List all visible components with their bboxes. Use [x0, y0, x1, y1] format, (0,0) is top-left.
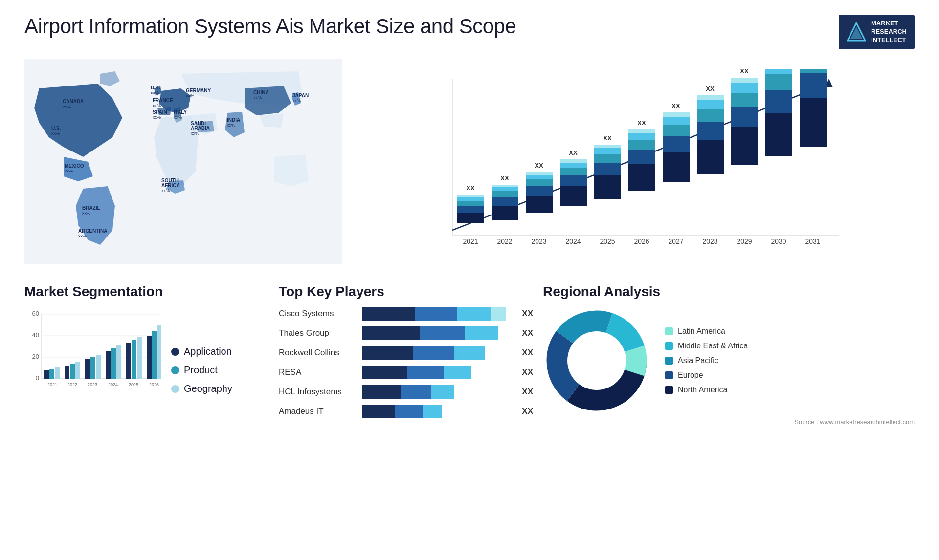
player-xx-amadeus: XX — [522, 407, 533, 416]
svg-rect-125 — [116, 345, 121, 379]
svg-text:2030: 2030 — [771, 237, 786, 245]
seg-chart-svg: 60 40 20 0 202 — [24, 307, 161, 434]
svg-rect-27 — [457, 197, 484, 201]
player-name-cisco: Cisco Systems — [279, 309, 357, 319]
svg-rect-76 — [697, 100, 724, 109]
bar-chart-svg: XX 2021 XX 2022 XX 2023 — [362, 69, 905, 264]
svg-rect-26 — [457, 201, 484, 206]
svg-text:2022: 2022 — [67, 382, 77, 387]
svg-rect-42 — [526, 172, 553, 175]
svg-rect-54 — [594, 154, 621, 163]
svg-text:XX: XX — [569, 149, 578, 156]
svg-rect-123 — [106, 351, 111, 379]
geography-color — [171, 385, 179, 393]
svg-text:2028: 2028 — [702, 237, 717, 245]
svg-rect-55 — [594, 148, 621, 154]
svg-text:2024: 2024 — [565, 237, 581, 245]
svg-rect-56 — [594, 145, 621, 148]
svg-rect-31 — [492, 206, 518, 220]
svg-rect-111 — [44, 370, 49, 379]
svg-rect-40 — [526, 179, 553, 186]
svg-text:2022: 2022 — [497, 237, 512, 245]
svg-rect-74 — [697, 122, 724, 140]
label-mexico: MEXICO — [65, 163, 84, 169]
svg-rect-124 — [111, 348, 116, 379]
label-brazil: BRAZIL — [82, 205, 100, 211]
svg-rect-34 — [492, 187, 518, 191]
svg-text:xx%: xx% — [65, 169, 73, 173]
header: Airport Information Systems Ais Market S… — [24, 15, 915, 49]
svg-rect-66 — [663, 152, 690, 182]
player-row-thales: Thales Group XX — [279, 326, 533, 340]
svg-rect-95 — [800, 73, 827, 98]
svg-text:60: 60 — [32, 310, 39, 317]
svg-text:0: 0 — [36, 374, 39, 382]
player-xx-thales: XX — [522, 328, 533, 338]
svg-rect-80 — [731, 127, 758, 165]
svg-text:2024: 2024 — [108, 382, 118, 387]
svg-rect-24 — [457, 213, 484, 223]
svg-rect-112 — [49, 369, 54, 379]
legend-europe: Europe — [665, 371, 748, 380]
svg-rect-132 — [152, 331, 157, 379]
svg-rect-32 — [492, 197, 518, 206]
label-argentina: ARGENTINA — [78, 228, 107, 234]
svg-rect-61 — [628, 140, 655, 150]
svg-text:2025: 2025 — [129, 382, 138, 387]
svg-text:XX: XX — [740, 69, 749, 75]
svg-rect-69 — [663, 117, 690, 125]
legend-geography: Geography — [171, 383, 232, 394]
player-row-resa: RESA XX — [279, 366, 533, 379]
player-row-amadeus: Amadeus IT XX — [279, 405, 533, 418]
svg-text:XX: XX — [671, 102, 680, 109]
player-bar-amadeus — [362, 405, 513, 418]
label-us: U.S. — [51, 126, 61, 131]
key-players-title: Top Key Players — [279, 284, 533, 300]
player-bar-hcl — [362, 385, 513, 399]
svg-text:xx%: xx% — [153, 103, 161, 108]
regional-title: Regional Analysis — [543, 284, 915, 300]
svg-rect-116 — [70, 364, 75, 379]
svg-rect-39 — [526, 186, 553, 196]
svg-text:xx%: xx% — [151, 90, 159, 95]
player-bar-thales — [362, 326, 513, 340]
svg-rect-75 — [697, 109, 724, 122]
legend-product: Product — [171, 365, 232, 376]
svg-rect-121 — [96, 355, 101, 379]
page-container: Airport Information Systems Ais Market S… — [0, 0, 939, 560]
player-bar-cisco — [362, 307, 513, 321]
svg-rect-133 — [157, 325, 161, 379]
page-title: Airport Information Systems Ais Market S… — [24, 15, 516, 38]
svg-text:2026: 2026 — [634, 237, 649, 245]
seg-legend: Application Product Geography — [171, 346, 232, 394]
bar-chart-section: XX 2021 XX 2022 XX 2023 — [352, 59, 915, 274]
legend-middle-east: Middle East & Africa — [665, 342, 748, 350]
svg-text:ARABIA: ARABIA — [191, 126, 210, 131]
svg-rect-60 — [628, 150, 655, 164]
svg-rect-63 — [628, 129, 655, 133]
svg-text:XX: XX — [603, 134, 612, 142]
bottom-row: Market Segmentation 60 40 20 0 — [24, 284, 915, 545]
label-germany: GERMANY — [186, 88, 211, 93]
svg-text:2027: 2027 — [668, 237, 683, 245]
svg-rect-117 — [75, 362, 80, 379]
player-xx-rockwell: XX — [522, 348, 533, 358]
svg-text:xx%: xx% — [191, 131, 199, 136]
svg-rect-87 — [765, 113, 792, 156]
svg-rect-68 — [663, 125, 690, 136]
label-italy: ITALY — [174, 109, 187, 115]
svg-text:XX: XX — [637, 119, 646, 127]
player-row-rockwell: Rockwell Collins XX — [279, 346, 533, 360]
svg-text:20: 20 — [32, 353, 39, 360]
legend-asia-pacific: Asia Pacific — [665, 356, 748, 365]
svg-rect-38 — [526, 196, 553, 213]
svg-text:xx%: xx% — [153, 115, 161, 120]
svg-text:2031: 2031 — [805, 237, 820, 245]
source-text: Source : www.marketresearchintellect.com — [543, 418, 915, 426]
svg-rect-77 — [697, 95, 724, 100]
label-china: CHINA — [253, 90, 269, 95]
svg-text:XX: XX — [535, 162, 543, 169]
svg-rect-89 — [765, 74, 792, 90]
svg-rect-73 — [697, 140, 724, 174]
svg-text:2023: 2023 — [88, 382, 97, 387]
